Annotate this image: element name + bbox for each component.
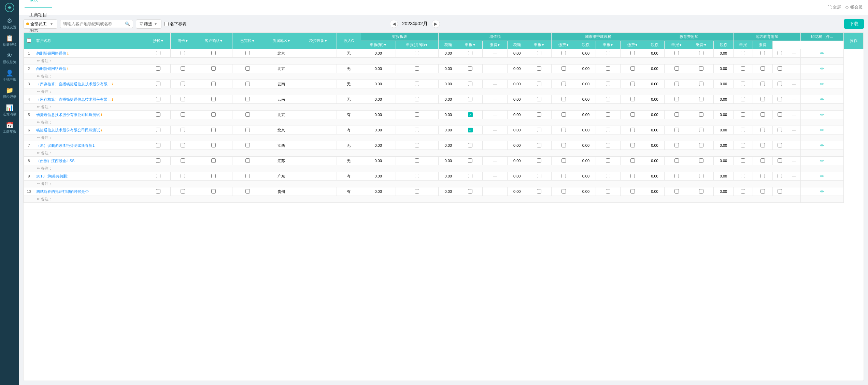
edit-button[interactable]: ✏ [820,66,824,71]
row-checkbox-cell: 1 [24,49,34,58]
client-name-cell[interactable]: 2013（陶美劳勿删） [34,172,146,181]
note-icon: ✏ [37,89,40,94]
income-cell: 无 [337,157,361,165]
client-name-cell[interactable]: （原）误删勿改李艳芬测试斯春新1 [34,141,146,150]
fullscreen-btn[interactable]: ⛶ 全屏 [827,4,841,10]
annual-report-icon: 📅 [6,122,13,128]
fullscreen-icon: ⛶ [827,5,831,10]
sidebar-item-batch-tax[interactable]: 📋批量报税 [0,32,19,50]
select-all-checkbox[interactable] [27,38,31,43]
col-vat-amount: 税额 [438,41,458,49]
row-checkbox-cell: 7 [24,141,34,150]
search-icon: 🔍 [125,22,130,26]
region-cell: 云南 [263,80,300,88]
edit-button[interactable]: ✏ [820,81,824,87]
col-header-name: 客户名称 [34,33,146,49]
topnav-item-tax[interactable]: 报税 [25,0,52,8]
col-stamp-pay: 缴费 [753,41,772,49]
note-row: ✏ 备注： [24,119,864,126]
col-header-financial: 财报报表 [361,33,438,41]
prev-month-btn[interactable]: ◀ [390,20,398,28]
sidebar: ⚙报税设置📋批量报税👁报税总览👤个税申报📁报税记录📊汇算清缴📅工商年报 [0,0,19,385]
main-area: 首页客户收费票据记账报税工商项目消息管理经营服务设置 ⛶ 全屏 ♔ 畅会员 全部… [19,0,868,385]
edit-button[interactable]: ✏ [820,143,824,148]
income-cell: 无 [337,80,361,88]
table-row: 4 （库存核算）直播畅捷通信息技术股份有限... ℹ 云南 无 0.00 0.0… [24,95,864,104]
next-month-btn[interactable]: ▶ [432,20,440,28]
sidebar-item-tax-records[interactable]: 📁报税记录 [0,85,19,102]
client-name-cell[interactable]: 勿删新锐网络通信 ℹ [34,49,146,58]
region-cell: 江苏 [263,157,300,165]
note-icon: ✏ [37,136,40,140]
income-cell: 有 [337,172,361,181]
search-input[interactable] [60,20,122,28]
action-cell: ✏ [800,126,844,134]
note-row: ✏ 备注： [24,150,864,157]
edit-button[interactable]: ✏ [820,51,824,56]
sidebar-item-summary[interactable]: 📊汇算清缴 [0,102,19,119]
income-cell: 无 [337,49,361,58]
warning-icon: ℹ [112,98,113,101]
personal-tax-icon: 👤 [6,70,13,76]
member-btn[interactable]: ♔ 畅会员 [845,4,863,10]
sidebar-item-tax-view[interactable]: 👁报税总览 [0,50,19,67]
col-edu-amount: 税额 [576,41,596,49]
edit-button[interactable]: ✏ [820,173,824,179]
note-icon: ✏ [37,151,40,155]
sidebar-item-annual-report[interactable]: 📅工商年报 [0,119,19,137]
filter-button[interactable]: ▽ 筛选 ▼ [136,19,161,29]
note-row: ✏ 备注： [24,58,864,65]
note-row: ✏ 备注： [24,181,864,187]
edit-button[interactable]: ✏ [820,189,824,194]
action-cell: ✏ [800,141,844,150]
income-cell: 无 [337,65,361,73]
client-name-cell[interactable]: （库存核算）直播畅捷通信息技术股份有限... ℹ [34,80,146,88]
checkbox-label[interactable]: 名下标表 [164,21,186,27]
warning-icon: ℹ [101,128,102,132]
col-header-chaoshui: 抄税▼ [146,33,171,49]
col-edu-declare: 申报▼ [596,41,620,49]
row-checkbox-cell: 5 [24,111,34,119]
filter-icon: ▽ [140,22,143,26]
client-name-cell[interactable]: 测试斯春的凭证打印的时候是否 [34,187,146,196]
client-name-cell[interactable]: （勿删）江西股金-LSS [34,157,146,165]
col-header-confirm: 客户确认▼ [195,33,232,49]
income-cell: 无 [337,95,361,104]
income-val-cell: 0.00 [361,157,396,165]
named-checkbox[interactable] [164,22,169,26]
note-row: ✏ 备注： [24,88,864,95]
tax-settings-icon: ⚙ [7,18,12,24]
income-val-cell: 0.00 [361,126,396,134]
edit-button[interactable]: ✏ [820,97,824,102]
action-cell: ✏ [800,157,844,165]
row-checkbox-cell: 4 [24,95,34,104]
income-cell: 无 [337,141,361,150]
client-name-cell[interactable]: （库存核算）直播畅捷通信息技术股份有限... ℹ [34,95,146,104]
client-name-cell[interactable]: 勿删新锐网络通信 ℹ [34,65,146,73]
search-button[interactable]: 🔍 [122,20,133,28]
topnav: 首页客户收费票据记账报税工商项目消息管理经营服务设置 ⛶ 全屏 ♔ 畅会员 [19,0,868,15]
col-city-pay: 缴费▼ [552,41,576,49]
col-stamp-amount: 税额 [714,41,733,49]
action-cell: ✏ [800,80,844,88]
income-val-cell: 0.00 [361,187,396,196]
edit-button[interactable]: ✏ [820,112,824,117]
col-header-stamp: 印花税（件... [800,33,844,41]
download-button[interactable]: 下载 [844,19,864,29]
edit-button[interactable]: ✏ [820,158,824,163]
income-val-cell: 0.00 [361,95,396,104]
sidebar-item-personal-tax[interactable]: 👤个税申报 [0,67,19,85]
edit-button[interactable]: ✏ [820,127,824,133]
dropdown-icon: ▼ [49,22,54,26]
region-cell: 北京 [263,49,300,58]
income-val-cell: 0.00 [361,172,396,181]
warning-icon: ℹ [112,82,113,86]
col-header-city-tax: 城市维护建设税 [552,33,645,41]
content: 全部员工 ▼ 🔍 ▽ 筛选 ▼ 名下标表 ◀ 2023年02月 [19,15,868,385]
dot-icon [26,23,29,25]
employee-select[interactable]: 全部员工 ▼ [23,19,57,29]
sidebar-item-tax-settings[interactable]: ⚙报税设置 [0,15,19,32]
client-name-cell[interactable]: 畅捷通信息技术股份有限公司民珠测试 ℹ [34,111,146,119]
row-checkbox-cell: 2 [24,65,34,73]
client-name-cell[interactable]: 畅捷通信息技术股份有限公司民珠测试 ℹ [34,126,146,134]
